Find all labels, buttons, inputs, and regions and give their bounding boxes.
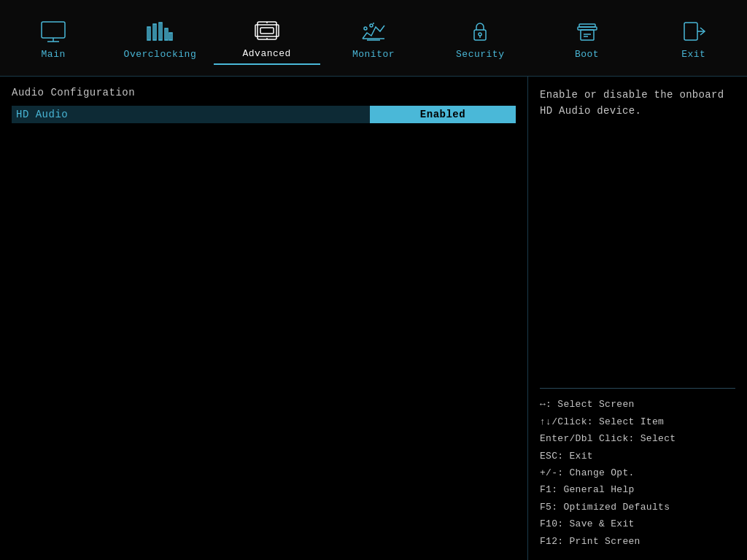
nav-item-security[interactable]: Security: [427, 14, 533, 64]
nav-label-main: Main: [42, 49, 66, 60]
svg-point-20: [370, 24, 373, 27]
nav-label-boot: Boot: [575, 49, 599, 60]
shortcut-list: ↔: Select Screen ↑↓/Click: Select Item E…: [540, 396, 735, 550]
hd-audio-label: HD Audio: [12, 106, 370, 123]
shortcut-f10: F10: Save & Exit: [540, 516, 735, 532]
config-row-hd-audio[interactable]: HD Audio Enabled: [12, 106, 516, 123]
svg-rect-31: [684, 23, 697, 40]
shortcuts-area: ↔: Select Screen ↑↓/Click: Select Item E…: [540, 381, 735, 550]
shortcut-esc: ESC: Exit: [540, 448, 735, 464]
exit-icon: [679, 18, 708, 44]
shortcut-f12: F12: Print Screen: [540, 533, 735, 550]
security-icon: [465, 18, 495, 44]
nav-label-monitor: Monitor: [352, 49, 395, 60]
shortcut-enter: Enter/Dbl Click: Select: [540, 430, 735, 447]
left-panel: Audio Configuration HD Audio Enabled: [0, 77, 528, 560]
nav-item-overclocking[interactable]: Overclocking: [107, 14, 213, 64]
nav-label-advanced: Advanced: [242, 48, 290, 59]
right-panel: Enable or disable the onboard HD Audio d…: [528, 77, 747, 560]
nav-item-monitor[interactable]: Monitor: [320, 14, 427, 64]
nav-item-advanced[interactable]: Advanced: [214, 13, 320, 65]
shortcut-select-screen: ↔: Select Screen: [540, 396, 735, 413]
svg-rect-26: [581, 30, 594, 40]
nav-item-exit[interactable]: Exit: [640, 14, 747, 64]
nav-item-main[interactable]: Main: [0, 14, 107, 64]
svg-point-24: [479, 33, 481, 36]
monitor-icon: [39, 18, 68, 44]
svg-rect-0: [42, 22, 65, 38]
hd-audio-value[interactable]: Enabled: [370, 106, 516, 123]
svg-rect-28: [579, 24, 595, 27]
nav-bar: Main Overclocking: [0, 0, 747, 77]
nav-label-security: Security: [456, 49, 504, 60]
shortcut-select-item: ↑↓/Click: Select Item: [540, 413, 735, 430]
advanced-icon: [252, 18, 282, 44]
section-title: Audio Configuration: [12, 87, 516, 98]
nav-label-overclocking: Overclocking: [124, 49, 197, 60]
help-text: Enable or disable the onboard HD Audio d…: [540, 87, 735, 120]
shortcut-f5: F5: Optimized Defaults: [540, 499, 735, 516]
divider: [540, 388, 735, 389]
svg-rect-14: [255, 25, 279, 36]
monitor2-icon: [359, 18, 388, 44]
nav-label-exit: Exit: [681, 49, 705, 60]
svg-point-19: [364, 27, 367, 30]
content-wrapper: Audio Configuration HD Audio Enabled Ena…: [0, 77, 747, 560]
shortcut-change: +/-: Change Opt.: [540, 464, 735, 481]
boot-icon: [573, 18, 602, 44]
nav-item-boot[interactable]: Boot: [533, 14, 640, 64]
overclocking-icon: [145, 18, 174, 44]
shortcut-f1: F1: General Help: [540, 481, 735, 498]
svg-rect-23: [474, 30, 486, 40]
svg-rect-15: [260, 28, 274, 34]
